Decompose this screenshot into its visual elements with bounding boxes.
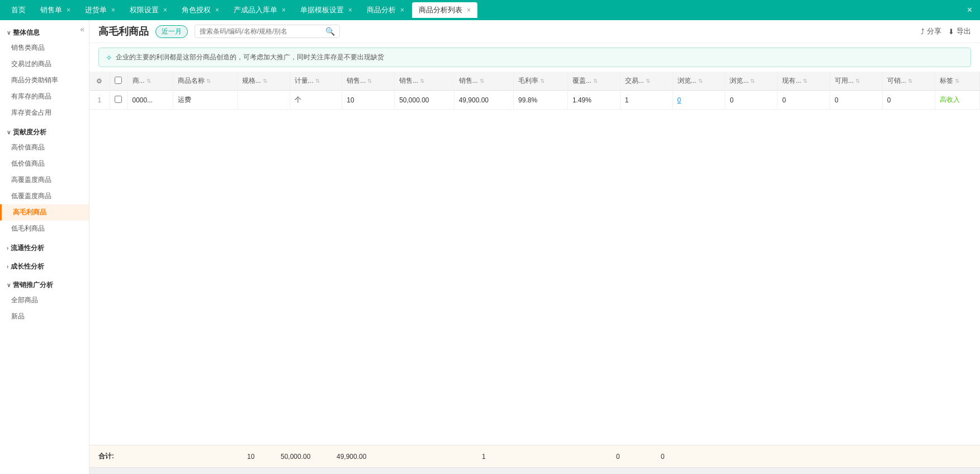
sidebar-collapse-button[interactable]: «	[80, 25, 84, 34]
col-label: 交易...	[625, 76, 644, 86]
col-header-saleAmt[interactable]: 销售...⇅	[395, 72, 454, 91]
sidebar-group: ›成长性分析	[0, 257, 89, 274]
col-header-availableStock[interactable]: 可用...⇅	[830, 72, 883, 91]
sort-icon: ⇅	[646, 78, 650, 84]
footer-sale-amt: 50,000.00	[281, 453, 337, 461]
nav-tab-close-icon[interactable]: ×	[67, 7, 70, 13]
sidebar-item[interactable]: 有库存的商品	[0, 88, 89, 105]
top-nav: 首页销售单×进货单×权限设置×角色授权×产成品入库单×单据模板设置×商品分析×商…	[0, 0, 980, 20]
sidebar-item[interactable]: 高覆盖度商品	[0, 172, 89, 188]
sidebar-group-title[interactable]: ∨贡献度分析	[0, 123, 89, 139]
nav-tab-close-icon[interactable]: ×	[348, 7, 352, 13]
sidebar-item[interactable]: 低覆盖度商品	[0, 188, 89, 204]
main-layout: « ∨整体信息销售类商品交易过的商品商品分类助销率有库存的商品库存资金占用∨贡献…	[0, 20, 980, 474]
sort-icon: ⇅	[206, 78, 211, 84]
row-sale-amt: 50,000.00	[395, 91, 454, 110]
sidebar-item[interactable]: 低毛利商品	[0, 220, 89, 237]
footer-label: 合计:	[98, 452, 114, 461]
col-header-spec[interactable]: 规格...⇅	[237, 72, 290, 91]
sidebar-group-title[interactable]: ∨整体信息	[0, 24, 89, 40]
col-header-saleableStock[interactable]: 可销...⇅	[882, 72, 935, 91]
nav-tab-close-icon[interactable]: ×	[163, 7, 167, 13]
col-header-viewCount1[interactable]: 浏览...⇅	[673, 72, 725, 91]
bottom-scrollbar[interactable]	[89, 467, 980, 474]
row-name: 运费	[173, 91, 237, 110]
nav-tab-close-icon[interactable]: ×	[467, 7, 471, 13]
arrow-icon: ∨	[7, 30, 11, 36]
sort-icon: ⇅	[540, 78, 545, 84]
col-header-saleProfit[interactable]: 销售...⇅	[454, 72, 513, 91]
col-header-unit[interactable]: 计量...⇅	[290, 72, 342, 91]
nav-tab-close-icon[interactable]: ×	[111, 7, 115, 13]
search-icon[interactable]: 🔍	[325, 27, 335, 36]
nav-tab-进货单[interactable]: 进货单×	[78, 2, 122, 18]
footer-summary: 合计: 10 50,000.00 49,900.00 1 0 0	[89, 445, 980, 467]
nav-tab-角色授权[interactable]: 角色授权×	[175, 2, 226, 18]
row-coverage: 1.49%	[567, 91, 620, 110]
view-count-link[interactable]: 0	[678, 96, 681, 104]
sidebar-item[interactable]: 销售类商品	[0, 40, 89, 56]
nav-tab-close-icon[interactable]: ×	[282, 7, 286, 13]
sidebar-item[interactable]: 高毛利商品	[0, 204, 89, 220]
row-spec	[237, 91, 290, 110]
sidebar-item[interactable]: 低价值商品	[0, 156, 89, 172]
search-input[interactable]	[200, 27, 323, 35]
col-header-tag[interactable]: 标签⇅	[935, 72, 979, 91]
nav-tab-商品分析列表[interactable]: 商品分析列表×	[412, 2, 477, 18]
export-label: 导出	[957, 26, 971, 36]
row-gross-rate: 99.8%	[514, 91, 568, 110]
arrow-icon: ∨	[7, 129, 11, 135]
col-header-code[interactable]: 商...⇅	[127, 72, 173, 91]
col-label: 销售...	[399, 76, 418, 86]
close-all-button[interactable]: ×	[964, 5, 976, 15]
sidebar-item[interactable]: 交易过的商品	[0, 56, 89, 72]
col-label: 标签	[940, 76, 953, 86]
sort-icon: ⇅	[420, 78, 424, 84]
row-view-count1[interactable]: 0	[673, 91, 725, 110]
select-all-checkbox[interactable]	[115, 77, 122, 84]
sidebar-group-title[interactable]: ›成长性分析	[0, 257, 89, 274]
col-label: 浏览...	[678, 76, 697, 86]
group-title-label: 成长性分析	[11, 262, 44, 271]
nav-tab-销售单[interactable]: 销售单×	[34, 2, 77, 18]
col-label: 计量...	[295, 76, 314, 86]
sort-icon: ⇅	[146, 78, 151, 84]
col-header-currentStock[interactable]: 现有...⇅	[778, 72, 830, 91]
sort-icon: ⇅	[593, 78, 598, 84]
row-saleable-stock: 0	[882, 91, 935, 110]
group-title-label: 流通性分析	[11, 243, 44, 253]
nav-tab-首页[interactable]: 首页	[4, 2, 32, 18]
row-trade-count: 1	[620, 91, 673, 110]
col-label: 商品名称	[178, 76, 205, 86]
arrow-icon: ∨	[7, 282, 11, 288]
col-header-grossRate[interactable]: 毛利率⇅	[514, 72, 568, 91]
sidebar-group-title[interactable]: ›流通性分析	[0, 239, 89, 255]
col-header-viewCount2[interactable]: 浏览...⇅	[725, 72, 778, 91]
col-header-tradeCount[interactable]: 交易...⇅	[620, 72, 673, 91]
settings-icon[interactable]: ⚙	[96, 77, 102, 85]
sidebar-item[interactable]: 高价值商品	[0, 139, 89, 156]
export-button[interactable]: ⬇ 导出	[948, 26, 971, 36]
row-select-checkbox[interactable]	[115, 96, 122, 103]
nav-tab-商品分析[interactable]: 商品分析×	[360, 2, 411, 18]
sidebar-item[interactable]: 库存资金占用	[0, 105, 89, 121]
nav-tab-close-icon[interactable]: ×	[400, 7, 404, 13]
footer-current-stock: 0	[616, 453, 661, 461]
col-header-coverage[interactable]: 覆盖...⇅	[567, 72, 620, 91]
col-header-saleQty[interactable]: 销售...⇅	[342, 72, 395, 91]
share-button[interactable]: ⤴ 分享	[921, 26, 941, 36]
nav-tab-单据模板设置[interactable]: 单据模板设置×	[293, 2, 359, 18]
nav-tab-close-icon[interactable]: ×	[215, 7, 219, 13]
nav-tab-权限设置[interactable]: 权限设置×	[123, 2, 174, 18]
info-banner-text: 企业的主要的利润都是这部分商品创造的，可考虑加大推广，同时关注库存是不要出现缺货	[116, 53, 384, 62]
sidebar-item[interactable]: 商品分类助销率	[0, 72, 89, 88]
sidebar-group-title[interactable]: ∨营销推广分析	[0, 276, 89, 292]
period-button[interactable]: 近一月	[155, 25, 188, 38]
sidebar-item[interactable]: 新品	[0, 308, 89, 325]
arrow-icon: ›	[7, 245, 8, 251]
nav-tab-产成品入库单[interactable]: 产成品入库单×	[227, 2, 292, 18]
sidebar-group: ∨贡献度分析高价值商品低价值商品高覆盖度商品低覆盖度商品高毛利商品低毛利商品	[0, 123, 89, 237]
col-header-checkbox	[110, 72, 127, 91]
col-header-name[interactable]: 商品名称⇅	[173, 72, 237, 91]
sidebar-item[interactable]: 全部商品	[0, 292, 89, 308]
